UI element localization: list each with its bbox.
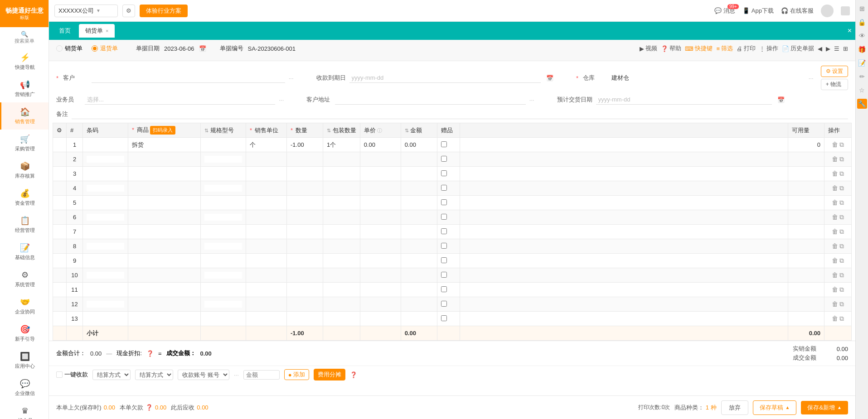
row-amount[interactable]	[401, 152, 437, 167]
row-amount[interactable]	[401, 239, 437, 254]
warehouse-more-icon[interactable]: ···	[809, 75, 814, 82]
row-spec[interactable]	[201, 254, 246, 268]
row-qty[interactable]	[287, 152, 323, 167]
row-spec[interactable]	[201, 297, 246, 312]
address-more-icon[interactable]: ···	[529, 96, 534, 103]
copy-row-button[interactable]: ⧉	[839, 213, 844, 221]
right-panel-btn-8[interactable]: 🔧	[857, 99, 867, 109]
row-price[interactable]	[360, 239, 401, 254]
row-barcode[interactable]	[83, 268, 128, 283]
row-qty[interactable]	[287, 268, 323, 283]
row-product[interactable]: 拆货	[128, 138, 201, 152]
row-amount[interactable]	[401, 167, 437, 181]
copy-row-button[interactable]: ⧉	[839, 286, 844, 294]
row-pkg-qty[interactable]	[323, 196, 360, 210]
filter-button[interactable]: ≡ 筛选	[716, 44, 733, 53]
app-download-button[interactable]: 📱 App下载	[742, 7, 774, 15]
one-click-pay-check[interactable]	[56, 371, 63, 378]
copy-row-button[interactable]: ⧉	[839, 141, 844, 149]
bank-account-select[interactable]: 收款账号 账号	[178, 370, 229, 380]
row-gift[interactable]	[437, 181, 460, 196]
delete-row-button[interactable]: 🗑	[832, 286, 838, 293]
view-grid-icon[interactable]: ⊞	[843, 45, 848, 52]
message-button[interactable]: 💬 消息 99+	[714, 7, 735, 15]
sidebar-item-enterprise[interactable]: 🤝 企业协同	[0, 293, 48, 320]
row-barcode[interactable]	[83, 297, 128, 312]
row-price[interactable]	[360, 283, 401, 297]
row-qty[interactable]: -1.00	[287, 138, 323, 152]
delete-row-button[interactable]: 🗑	[832, 228, 838, 235]
row-price[interactable]: 0.00	[360, 138, 401, 152]
row-pkg-qty[interactable]	[323, 312, 360, 326]
row-barcode[interactable]	[83, 239, 128, 254]
delete-row-button[interactable]: 🗑	[832, 213, 838, 221]
delete-row-button[interactable]: 🗑	[832, 170, 838, 177]
copy-row-button[interactable]: ⧉	[839, 199, 844, 207]
row-spec[interactable]	[201, 239, 246, 254]
row-spec[interactable]	[201, 181, 246, 196]
save-draft-arrow-icon[interactable]: ▲	[786, 405, 790, 410]
th-settings[interactable]: ⚙	[53, 123, 67, 138]
tabbar-close-button[interactable]: ×	[848, 27, 852, 35]
sidebar-item-member[interactable]: ♛ 畅会员	[0, 401, 48, 419]
row-spec[interactable]	[201, 167, 246, 181]
row-product[interactable]	[128, 210, 201, 225]
add-button[interactable]: ● 添加	[284, 369, 309, 380]
radio-return[interactable]: 退货单	[92, 44, 118, 53]
row-barcode[interactable]	[83, 210, 128, 225]
row-price[interactable]	[360, 181, 401, 196]
delete-row-button[interactable]: 🗑	[832, 300, 838, 308]
right-panel-btn-1[interactable]: ⊞	[857, 4, 867, 14]
row-spec[interactable]	[201, 268, 246, 283]
user-avatar[interactable]	[821, 5, 834, 17]
prev-record-icon[interactable]: ◀	[818, 45, 822, 52]
save-new-arrow-icon[interactable]: ▲	[837, 405, 842, 410]
row-amount[interactable]	[401, 225, 437, 239]
row-barcode[interactable]	[83, 181, 128, 196]
row-gift[interactable]	[437, 254, 460, 268]
row-qty[interactable]	[287, 196, 323, 210]
row-unit[interactable]	[246, 312, 287, 326]
copy-row-button[interactable]: ⧉	[839, 242, 844, 250]
trial-button[interactable]: 体验行业方案	[140, 5, 188, 17]
sidebar-item-inventory[interactable]: 📦 库存核算	[0, 157, 48, 184]
row-gift[interactable]	[437, 239, 460, 254]
user-menu-icon[interactable]	[841, 6, 850, 15]
sidebar-item-marketing[interactable]: 📢 营销推广	[0, 75, 48, 102]
row-gift[interactable]	[437, 312, 460, 326]
row-qty[interactable]	[287, 312, 323, 326]
row-price[interactable]	[360, 152, 401, 167]
row-product[interactable]	[128, 297, 201, 312]
row-qty[interactable]	[287, 210, 323, 225]
row-amount[interactable]	[401, 312, 437, 326]
row-pkg-qty[interactable]	[323, 210, 360, 225]
logistics-button[interactable]: + 物流	[821, 79, 848, 90]
row-barcode[interactable]	[83, 167, 128, 181]
copy-row-button[interactable]: ⧉	[839, 271, 844, 279]
row-pkg-qty[interactable]: 1个	[323, 138, 360, 152]
product-count-toggle[interactable]: 1 种	[706, 404, 717, 411]
print-button[interactable]: 🖨 打印	[737, 44, 756, 53]
row-unit[interactable]	[246, 239, 287, 254]
row-amount[interactable]	[401, 283, 437, 297]
next-record-icon[interactable]: ▶	[826, 45, 830, 52]
row-gift[interactable]	[437, 138, 460, 152]
row-pkg-qty[interactable]	[323, 167, 360, 181]
row-amount[interactable]	[401, 297, 437, 312]
row-amount[interactable]	[401, 254, 437, 268]
row-price[interactable]	[360, 312, 401, 326]
sidebar-item-system[interactable]: ⚙ 系统管理	[0, 265, 48, 293]
row-unit[interactable]	[246, 167, 287, 181]
row-product[interactable]	[128, 196, 201, 210]
copy-row-button[interactable]: ⧉	[839, 228, 844, 236]
row-barcode[interactable]	[83, 254, 128, 268]
company-selector[interactable]: XXXXXX公司 ▼	[54, 5, 118, 17]
row-qty[interactable]	[287, 283, 323, 297]
copy-row-button[interactable]: ⧉	[839, 184, 844, 192]
delivery-date-input[interactable]	[596, 95, 772, 105]
row-barcode[interactable]	[83, 312, 128, 326]
row-amount[interactable]	[401, 181, 437, 196]
sidebar-item-purchase[interactable]: 🛒 采购管理	[0, 130, 48, 157]
row-product[interactable]	[128, 225, 201, 239]
help-button[interactable]: ❓ 帮助	[661, 44, 681, 53]
